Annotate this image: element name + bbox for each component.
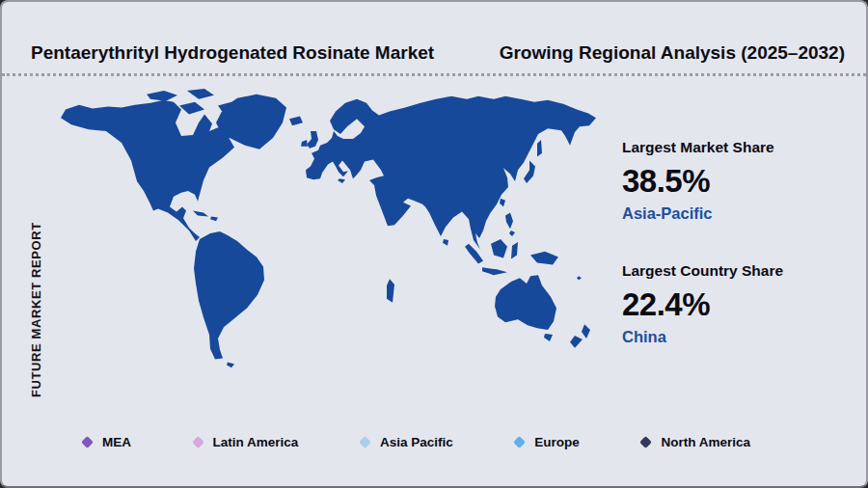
world-map — [58, 87, 604, 386]
legend-label: Latin America — [213, 435, 299, 449]
diamond-swatch-icon — [81, 436, 94, 448]
dotted-divider — [2, 73, 866, 76]
legend-item-north-america: North America — [641, 435, 750, 449]
stat-market-share: Largest Market Share 38.5% Asia-Pacific — [622, 137, 854, 224]
diamond-swatch-icon — [513, 436, 526, 448]
page-title: Pentaerythrityl Hydrogenated Rosinate Ma… — [31, 42, 845, 68]
page-title-right: Growing Regional Analysis (2025–2032) — [500, 42, 845, 64]
legend-item-latin-america: Latin America — [194, 435, 299, 449]
legend-label: Europe — [534, 435, 580, 449]
page-title-left: Pentaerythrityl Hydrogenated Rosinate Ma… — [31, 42, 434, 64]
diamond-swatch-icon — [192, 436, 204, 448]
stat-country-share-region: China — [622, 326, 854, 347]
stat-market-share-label: Largest Market Share — [622, 137, 854, 158]
stat-country-share-value: 22.4% — [622, 285, 854, 324]
stat-market-share-value: 38.5% — [622, 162, 854, 201]
stat-country-share: Largest Country Share 22.4% China — [622, 260, 854, 347]
stat-market-share-region: Asia-Pacific — [622, 203, 854, 224]
legend-item-europe: Europe — [515, 435, 580, 449]
infographic-frame: Pentaerythrityl Hydrogenated Rosinate Ma… — [0, 0, 868, 488]
stats-panel: Largest Market Share 38.5% Asia-Pacific … — [622, 137, 854, 384]
diamond-swatch-icon — [640, 436, 653, 448]
legend-item-asia-pacific: Asia Pacific — [361, 435, 453, 449]
legend-label: North America — [661, 435, 750, 449]
legend-item-mea: MEA — [83, 435, 131, 449]
world-map-svg — [58, 87, 604, 386]
diamond-swatch-icon — [359, 436, 371, 448]
brand-vertical-label: FUTURE MARKET REPORT — [29, 228, 46, 397]
world-map-landmass — [61, 89, 596, 367]
legend-label: MEA — [102, 435, 131, 449]
region-legend: MEA Latin America Asia Pacific Europe No… — [83, 430, 750, 453]
stat-country-share-label: Largest Country Share — [622, 260, 854, 282]
legend-label: Asia Pacific — [380, 435, 453, 449]
